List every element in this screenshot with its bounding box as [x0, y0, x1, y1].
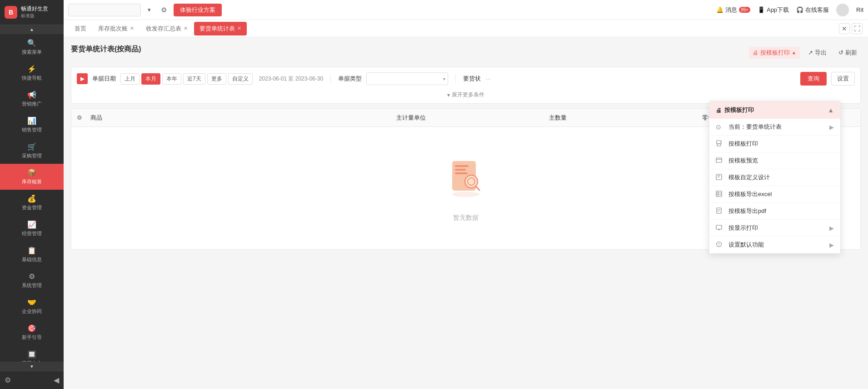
date-range-display: 2023-06-01 至 2023-06-30 — [259, 75, 323, 83]
print-template-design-item[interactable]: 模板自定义设计 — [709, 169, 840, 186]
default-func-item[interactable]: 设置默认功能 ▶ — [709, 237, 840, 253]
column-settings-icon[interactable]: ⚙ — [77, 114, 90, 121]
svg-point-28 — [718, 245, 719, 246]
sidebar-item-purchase-label: 采购管理 — [22, 152, 42, 159]
app-edition: 标准版 — [21, 13, 48, 19]
trial-btn[interactable]: 体验行业方案 — [174, 4, 222, 16]
message-label: 消息 — [725, 6, 737, 14]
print-template-excel-item[interactable]: 按模板导出excel — [709, 186, 840, 203]
date-btn-this-month[interactable]: 本月 — [141, 73, 160, 85]
sidebar-item-quick-nav[interactable]: ⚡ 快捷导航 — [0, 60, 64, 86]
tab-order-stats[interactable]: 要货单统计表 ✕ — [194, 22, 247, 35]
message-btn[interactable]: 🔔 消息 99+ — [716, 6, 750, 14]
print-dropdown-header[interactable]: 🖨 按模板打印 ▲ — [709, 101, 840, 119]
sidebar-item-operation[interactable]: 📈 经营管理 — [0, 216, 64, 242]
tab-order-stats-close[interactable]: ✕ — [237, 25, 241, 31]
online-service-btn[interactable]: 🎧 在线客服 — [796, 6, 829, 14]
headset-icon: 🎧 — [796, 6, 803, 13]
expand-more-btn[interactable]: ▾ 展开更多条件 — [447, 91, 484, 99]
date-btn-this-year[interactable]: 本年 — [162, 73, 181, 85]
type-filter-select[interactable] — [366, 72, 448, 85]
date-btn-custom[interactable]: 自定义 — [228, 73, 253, 85]
settings-btn[interactable]: 设置 — [831, 72, 855, 86]
sidebar-item-apps[interactable]: 🔲 应用中心 — [0, 345, 64, 362]
display-print-item[interactable]: 按显示打印 ▶ — [709, 220, 840, 237]
message-badge: 99+ — [739, 7, 750, 13]
print-template-btn[interactable]: 🖨 按模板打印 ▲ — [749, 47, 800, 59]
expand-more-label: 展开更多条件 — [452, 91, 484, 99]
sidebar-item-finance-label: 资金管理 — [22, 204, 42, 211]
topbar-gear-btn[interactable]: ⚙ — [157, 4, 170, 16]
tabbar: 首页 库存批次账 ✕ 收发存汇总表 ✕ 要货单统计表 ✕ ✕ ⛶ — [64, 20, 868, 37]
query-btn[interactable]: 查询 — [800, 72, 827, 86]
box-icon: 📦 — [27, 168, 36, 177]
sidebar-item-guide-label: 新手引导 — [22, 334, 42, 341]
tab-receipts-summary[interactable]: 收发存汇总表 ✕ — [140, 22, 193, 35]
svg-rect-23 — [716, 225, 722, 229]
settings-icon[interactable]: ⚙ — [5, 376, 11, 384]
search-icon: 🔍 — [27, 39, 36, 47]
search-dropdown-btn[interactable]: ▾ — [145, 4, 154, 16]
sidebar-item-purchase[interactable]: 🛒 采购管理 — [0, 138, 64, 164]
sidebar-scroll-down[interactable]: ▼ — [0, 362, 64, 371]
tab-inventory-batch[interactable]: 库存批次账 ✕ — [93, 22, 140, 35]
print-current-label: 当前：要货单统计表 — [728, 123, 782, 131]
chart-icon: 📊 — [27, 116, 36, 125]
lightning-icon: ⚡ — [27, 65, 36, 73]
app-download-label: App下载 — [767, 6, 789, 14]
collapse-icon[interactable]: ◀ — [54, 376, 59, 384]
print-template-design-label: 模板自定义设计 — [728, 173, 770, 182]
sidebar-item-sales[interactable]: 📊 销售管理 — [0, 112, 64, 138]
print-template-print-item[interactable]: 按模板打印 — [709, 136, 840, 152]
chevron-down-icon: ▼ — [30, 364, 34, 369]
sidebar-item-system[interactable]: ⚙ 系统管理 — [0, 268, 64, 293]
print-template-pdf-item[interactable]: 按模板导出pdf — [709, 203, 840, 220]
sidebar-scroll-up[interactable]: ▲ — [0, 25, 64, 34]
tab-home[interactable]: 首页 — [69, 22, 92, 35]
page-title: 要货单统计表(按商品) — [71, 45, 141, 54]
tab-close-all-btn[interactable]: ✕ — [839, 23, 850, 34]
tab-inventory-batch-close[interactable]: ✕ — [130, 25, 134, 31]
user-avatar[interactable] — [836, 4, 849, 16]
export-btn[interactable]: ↗ 导出 — [804, 47, 830, 59]
app-download-btn[interactable]: 📱 App下载 — [758, 6, 789, 14]
sidebar-item-inventory[interactable]: 📦 库存核算 — [0, 164, 64, 190]
date-filter-label: 单据日期 — [92, 75, 116, 83]
sidebar-item-marketing[interactable]: 📢 营销推广 — [0, 86, 64, 112]
sidebar-item-inventory-label: 库存核算 — [22, 178, 42, 185]
svg-rect-3 — [455, 169, 466, 171]
display-print-label: 按显示打印 — [728, 224, 758, 232]
date-btn-last-month[interactable]: 上月 — [120, 73, 140, 85]
more-options-icon[interactable]: ··· — [485, 75, 491, 82]
print-template-print-label: 按模板打印 — [728, 140, 758, 148]
tab-fullscreen-btn[interactable]: ⛶ — [852, 23, 863, 34]
sidebar-item-finance[interactable]: 💰 资金管理 — [0, 190, 64, 216]
svg-line-6 — [476, 186, 480, 190]
sidebar-item-search[interactable]: 🔍 搜索菜单 — [0, 34, 64, 60]
preview-icon — [716, 157, 724, 165]
topbar-search-input[interactable] — [68, 4, 141, 16]
handshake-icon: 🤝 — [27, 298, 36, 307]
empty-text: 暂无数据 — [453, 214, 479, 222]
username-label: Rit — [856, 6, 863, 13]
sidebar-item-basic[interactable]: 📋 基础信息 — [0, 242, 64, 268]
sidebar-item-collab[interactable]: 🤝 企业协同 — [0, 293, 64, 319]
date-btn-7days[interactable]: 近7天 — [183, 73, 205, 85]
sidebar-item-collab-label: 企业协同 — [22, 308, 42, 315]
tab-receipts-summary-close[interactable]: ✕ — [184, 25, 188, 31]
sidebar-item-guide[interactable]: 🎯 新手引导 — [0, 319, 64, 345]
sidebar-item-apps-label: 应用中心 — [22, 360, 42, 362]
printer-icon: 🖨 — [753, 49, 758, 56]
print-template-pdf-label: 按模板导出pdf — [728, 207, 766, 215]
date-btn-more[interactable]: 更多 — [207, 73, 226, 85]
print-current-template[interactable]: ⊙ 当前：要货单统计表 ▶ — [709, 119, 840, 136]
refresh-btn[interactable]: ↺ 刷新 — [835, 47, 861, 59]
filter-expand-icon[interactable]: ▶ — [77, 73, 88, 84]
print-dropdown-close-btn[interactable]: ▲ — [828, 106, 834, 114]
sidebar-bottom-bar: ⚙ ◀ — [0, 371, 64, 389]
display-print-icon — [716, 224, 724, 232]
print-dropdown-title-text: 按模板打印 — [724, 106, 754, 114]
main-area: ▾ ⚙ 体验行业方案 🔔 消息 99+ 📱 App下载 🎧 在线客服 Rit — [64, 0, 868, 389]
print-template-preview-item[interactable]: 按模板预览 — [709, 152, 840, 169]
export-label: 导出 — [815, 49, 827, 57]
